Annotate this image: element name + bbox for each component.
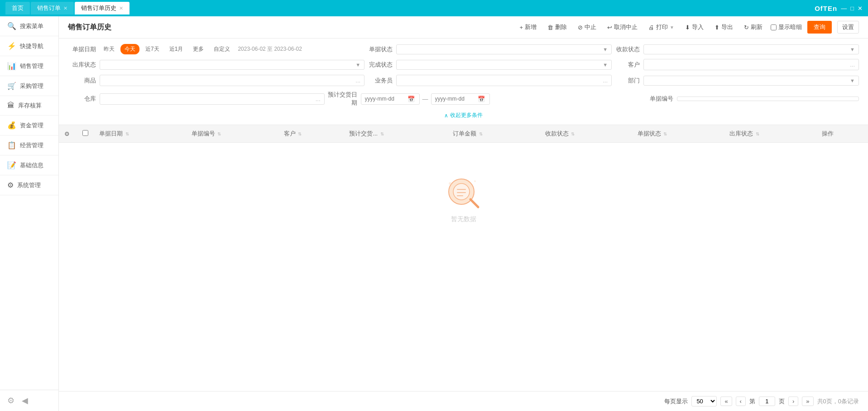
- page-number-input[interactable]: [759, 396, 775, 406]
- sidebar-item-sales-mgmt[interactable]: 📊 销售管理: [0, 56, 58, 76]
- export-label: 导出: [721, 23, 733, 31]
- settings-col-icon[interactable]: ⚙: [64, 131, 70, 137]
- delivery-date-from-input[interactable]: [365, 96, 406, 102]
- first-page-button[interactable]: «: [720, 396, 732, 406]
- page-size-select[interactable]: 10 20 50 100: [691, 396, 717, 406]
- pill-1month[interactable]: 近1月: [165, 44, 187, 54]
- toolbar: + 新增 🗑 删除 ⊘ 中止 ↩ 取消中止 🖨 打印: [517, 21, 859, 34]
- sort-receipt-status-icon[interactable]: ⇅: [571, 131, 575, 136]
- th-outbound-status[interactable]: 出库状态 ⇅: [724, 125, 816, 143]
- show-columns-input[interactable]: [771, 24, 777, 30]
- sidebar-item-basic-info-label: 基础信息: [20, 161, 43, 169]
- customer-field[interactable]: ...: [643, 59, 859, 70]
- minimize-button[interactable]: —: [841, 5, 847, 12]
- product-dots: ...: [355, 77, 360, 84]
- department-select[interactable]: ▼: [643, 76, 859, 86]
- close-button[interactable]: ✕: [858, 5, 863, 12]
- filter-row-2: 出库状态 ▼ 完成状态 ▼ 客户: [68, 59, 859, 70]
- tab-sales-order-history[interactable]: 销售订单历史 ✕: [75, 2, 129, 15]
- calendar-to-icon[interactable]: 📅: [478, 96, 485, 102]
- pill-more[interactable]: 更多: [189, 44, 208, 54]
- new-icon: +: [520, 24, 523, 31]
- sidebar-item-basic-info[interactable]: 📝 基础信息: [0, 155, 58, 175]
- prev-page-button[interactable]: ‹: [736, 396, 746, 406]
- sidebar-collapse-icon[interactable]: ◀: [22, 396, 28, 406]
- page-word: 页: [779, 397, 785, 406]
- th-check[interactable]: [77, 125, 94, 143]
- completion-status-chevron-icon: ▼: [603, 62, 608, 68]
- th-receipt-status[interactable]: 收款状态 ⇅: [540, 125, 632, 143]
- settings-button[interactable]: 设置: [837, 21, 859, 34]
- pill-7days[interactable]: 近7天: [141, 44, 163, 54]
- delivery-date-to-input[interactable]: [435, 96, 476, 102]
- calendar-from-icon[interactable]: 📅: [408, 96, 415, 102]
- receipt-status-select[interactable]: ▼: [643, 44, 859, 54]
- sort-date-icon[interactable]: ⇅: [125, 131, 129, 136]
- close-tab-sales-order-icon[interactable]: ✕: [63, 5, 67, 11]
- sidebar-item-operations[interactable]: 📋 经营管理: [0, 135, 58, 155]
- sidebar-item-inventory[interactable]: 🏛 库存核算: [0, 96, 58, 116]
- import-icon: ⬇: [685, 24, 690, 31]
- status-chevron-icon: ▼: [603, 47, 608, 52]
- next-page-button[interactable]: ›: [788, 396, 798, 406]
- th-date[interactable]: 单据日期 ⇅: [94, 125, 186, 143]
- delivery-date-from-field[interactable]: 📅: [361, 93, 420, 105]
- collapse-bar[interactable]: ∧ 收起更多条件: [68, 111, 859, 119]
- sort-docno-icon[interactable]: ⇅: [217, 131, 221, 136]
- product-field[interactable]: ...: [100, 75, 364, 86]
- th-amount[interactable]: 订单金额 ⇅: [447, 125, 540, 143]
- svg-point-1: [453, 184, 470, 200]
- import-button[interactable]: ⬇ 导入: [682, 21, 706, 33]
- sort-doc-status-icon[interactable]: ⇅: [663, 131, 667, 136]
- delivery-date-label: 预计交货日期: [325, 91, 361, 107]
- sort-customer-icon[interactable]: ⇅: [298, 131, 302, 136]
- sort-amount-icon[interactable]: ⇅: [479, 131, 483, 136]
- sort-outbound-icon[interactable]: ⇅: [756, 131, 759, 136]
- refresh-button[interactable]: ↻ 刷新: [741, 21, 765, 33]
- th-settings[interactable]: ⚙: [59, 125, 77, 143]
- th-customer[interactable]: 客户 ⇅: [278, 125, 344, 143]
- pill-custom[interactable]: 自定义: [210, 44, 234, 54]
- sidebar-item-finance[interactable]: 💰 资金管理: [0, 116, 58, 135]
- delete-button[interactable]: 🗑 删除: [545, 21, 570, 33]
- cancel-stop-button[interactable]: ↩ 取消中止: [604, 21, 640, 33]
- completion-status-select[interactable]: ▼: [396, 60, 612, 70]
- show-columns-checkbox[interactable]: 显示暗细: [771, 23, 802, 31]
- th-delivery[interactable]: 预计交货... ⇅: [344, 125, 447, 143]
- doc-no-field[interactable]: [677, 97, 859, 101]
- sidebar-item-quick-nav-label: 快捷导航: [20, 42, 43, 50]
- sidebar-item-search-menu[interactable]: 🔍 搜索菜单: [0, 16, 58, 36]
- th-delivery-label: 预计交货...: [349, 130, 378, 137]
- th-doc-status[interactable]: 单据状态 ⇅: [632, 125, 724, 143]
- sidebar-settings-icon[interactable]: ⚙: [7, 396, 14, 406]
- maximize-button[interactable]: □: [850, 5, 854, 12]
- close-tab-history-icon[interactable]: ✕: [119, 5, 123, 11]
- new-button[interactable]: + 新增: [517, 21, 540, 33]
- query-button[interactable]: 查询: [807, 21, 832, 34]
- delivery-date-to-field[interactable]: 📅: [431, 93, 490, 105]
- completion-status-label: 完成状态: [364, 61, 396, 69]
- outbound-status-select[interactable]: ▼: [100, 60, 364, 70]
- sort-delivery-icon[interactable]: ⇅: [380, 131, 384, 136]
- tab-home[interactable]: 首页: [5, 2, 30, 15]
- stop-button[interactable]: ⊘ 中止: [575, 21, 599, 33]
- sidebar-item-quick-nav[interactable]: ⚡ 快捷导航: [0, 36, 58, 56]
- select-all-checkbox[interactable]: [82, 130, 88, 136]
- pill-yesterday[interactable]: 昨天: [100, 44, 119, 54]
- pill-today[interactable]: 今天: [120, 44, 139, 54]
- th-docno[interactable]: 单据编号 ⇅: [186, 125, 278, 143]
- warehouse-field[interactable]: ...: [100, 93, 325, 105]
- status-select[interactable]: ▼: [396, 44, 612, 54]
- tab-sales-order[interactable]: 销售订单 ✕: [31, 2, 74, 15]
- sidebar-item-purchase-mgmt[interactable]: 🛒 采购管理: [0, 76, 58, 96]
- refresh-label: 刷新: [751, 23, 762, 31]
- print-button[interactable]: 🖨 打印 ▼: [646, 21, 677, 33]
- page-size-label: 每页显示: [664, 397, 688, 406]
- th-docno-label: 单据编号: [192, 130, 215, 137]
- export-button[interactable]: ⬆ 导出: [712, 21, 736, 33]
- delete-label: 删除: [555, 23, 567, 31]
- sidebar-item-sys-mgmt[interactable]: ⚙ 系统管理: [0, 175, 58, 195]
- sys-mgmt-icon: ⚙: [7, 181, 14, 189]
- salesperson-field[interactable]: ...: [396, 75, 612, 86]
- last-page-button[interactable]: »: [802, 396, 813, 406]
